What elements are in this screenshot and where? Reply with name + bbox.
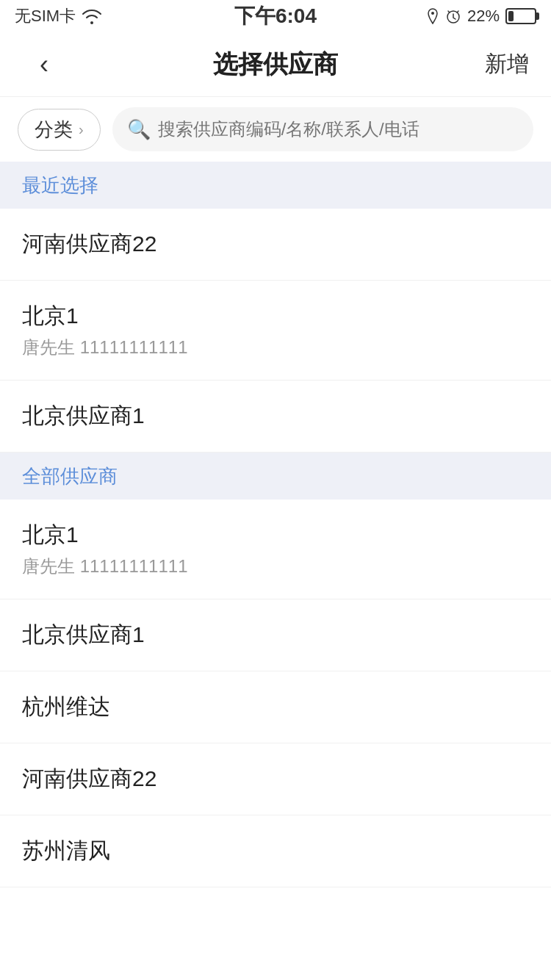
status-bar: 无SIM卡 下午6:04 22%	[0, 0, 551, 32]
category-button[interactable]: 分类 ›	[18, 109, 101, 151]
carrier-text: 无SIM卡	[15, 5, 76, 27]
status-left: 无SIM卡	[15, 5, 102, 27]
list-item[interactable]: 北京1唐先生 11111111111	[0, 281, 551, 381]
alarm-icon	[445, 8, 461, 24]
status-right: 22%	[426, 7, 536, 26]
supplier-name: 北京供应商1	[22, 401, 529, 431]
list-item[interactable]: 北京1唐先生 11111111111	[0, 500, 551, 599]
svg-point-0	[431, 12, 434, 15]
supplier-name: 北京1	[22, 520, 529, 550]
supplier-name: 北京供应商1	[22, 620, 529, 650]
supplier-list: 最近选择河南供应商22北京1唐先生 11111111111北京供应商1全部供应商…	[0, 162, 551, 887]
section-header-text-all: 全部供应商	[22, 464, 118, 489]
list-item[interactable]: 河南供应商22	[0, 743, 551, 815]
page-title: 选择供应商	[213, 48, 338, 82]
section-header-recent: 最近选择	[0, 162, 551, 209]
supplier-name: 苏州清风	[22, 836, 529, 866]
wifi-icon	[82, 8, 102, 24]
supplier-name: 北京1	[22, 301, 529, 331]
category-label: 分类	[35, 117, 73, 143]
location-icon	[426, 8, 439, 24]
supplier-contact: 唐先生 11111111111	[22, 555, 529, 578]
supplier-name: 河南供应商22	[22, 764, 529, 794]
list-item[interactable]: 北京供应商1	[0, 381, 551, 453]
nav-bar: ‹ 选择供应商 新增	[0, 32, 551, 97]
section-header-text-recent: 最近选择	[22, 173, 98, 198]
search-box[interactable]: 🔍	[112, 107, 533, 151]
battery-percent: 22%	[467, 7, 500, 26]
section-header-all: 全部供应商	[0, 453, 551, 500]
list-item[interactable]: 苏州清风	[0, 815, 551, 887]
list-item[interactable]: 北京供应商1	[0, 599, 551, 671]
supplier-name: 杭州维达	[22, 692, 529, 722]
add-button[interactable]: 新增	[485, 49, 529, 79]
list-item[interactable]: 杭州维达	[0, 671, 551, 743]
supplier-contact: 唐先生 11111111111	[22, 336, 529, 359]
filter-bar: 分类 › 🔍	[0, 97, 551, 162]
status-time: 下午6:04	[234, 2, 317, 30]
search-input[interactable]	[158, 119, 519, 140]
battery-indicator	[505, 8, 536, 24]
list-item[interactable]: 河南供应商22	[0, 209, 551, 281]
search-icon: 🔍	[127, 118, 151, 141]
chevron-right-icon: ›	[79, 121, 84, 138]
supplier-name: 河南供应商22	[22, 229, 529, 259]
back-button[interactable]: ‹	[22, 43, 66, 87]
